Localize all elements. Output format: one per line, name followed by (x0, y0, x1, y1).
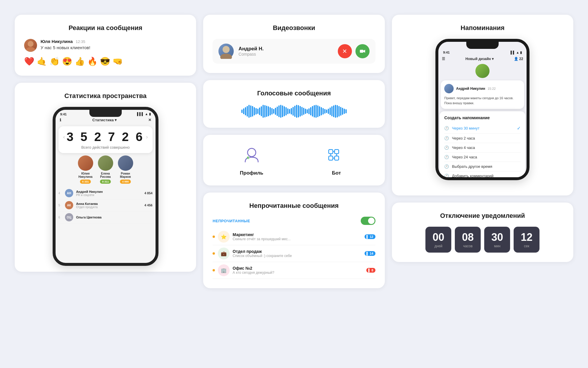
reactions-card: Реакции на сообщения Юля Никулина 12:35 … (15, 15, 196, 76)
reminder-sender-info: Андрей Никулин (456, 87, 485, 91)
wave-bar (294, 106, 295, 117)
wave-bar (284, 106, 285, 116)
profile-icon (241, 144, 262, 167)
counter-label: Всего действий совершено (63, 145, 148, 150)
wave-bar (312, 106, 313, 117)
wave-bar (330, 107, 331, 115)
reminder-option-comment[interactable]: 🕐 Добавить комментарий (444, 171, 521, 180)
user-avatar-name: РоманМарков (120, 172, 131, 178)
wave-bar (271, 108, 273, 115)
user-avatar-name: ЮлияНикулина (78, 172, 93, 178)
svg-rect-10 (329, 156, 333, 160)
phone-time2: 9:41 (443, 51, 450, 54)
unread-toggle[interactable] (361, 217, 375, 225)
reminder-msg-header: Андрей Никулин 15:22 (444, 84, 521, 93)
user-list: ЮлияНикулина 6 331 ЕленаРисова 8 311 Ром… (56, 155, 156, 223)
counter-next[interactable]: › (146, 134, 148, 140)
user-name: Анна Катаева (76, 202, 141, 205)
user-avatar-elena (98, 155, 113, 171)
phone-icons: ▌▌▌ ▲ ▮ (137, 112, 151, 116)
phone-time: 9:41 (60, 112, 67, 116)
wave-bar (285, 107, 287, 115)
reminder-option-label: Через 30 минут (452, 126, 480, 130)
counter-nav: ‹ 3 5 2 7 2 6 › (63, 130, 148, 144)
wave-bar (243, 108, 244, 114)
profile-label: Профиль (240, 170, 263, 176)
voice-card: Голосовые сообщения (203, 80, 385, 128)
wave-bar (273, 109, 274, 114)
emoji-call: 🤙 (37, 57, 47, 66)
reminder-option-custom[interactable]: 🕐 Выбрать другое время (444, 162, 521, 171)
features-grid: Профиль (213, 144, 375, 176)
reminder-sender-avatar (444, 84, 454, 93)
left-column: Реакции на сообщения Юля Никулина 12:35 … (15, 15, 196, 353)
reminder-option-label: Через 24 часа (452, 155, 477, 159)
user-role: Отдел продукта (76, 205, 141, 209)
wave-bar (333, 105, 334, 117)
reminder-option-2h[interactable]: 🕐 Через 2 часа (444, 134, 521, 143)
close-icon[interactable]: ✕ (148, 118, 151, 122)
item-num: 6 (59, 216, 62, 219)
call-buttons: ✕ (338, 44, 370, 58)
emoji-row: ❤️ 🤙 👏 😍 👍 🔥 😎 🤜 (24, 57, 187, 66)
unread-title: Непрочитанные сообщения (213, 202, 375, 210)
top-users-row: ЮлияНикулина 6 331 ЕленаРисова 8 311 Ром… (59, 155, 153, 184)
user-count-icon: 👤 22 (514, 57, 523, 61)
wave-bar (326, 110, 327, 113)
unread-filter-row: НЕПРОЧИТАННЫЕ (213, 217, 375, 225)
wave-bar (345, 109, 347, 113)
reminder-option-24h[interactable]: 🕐 Через 24 часа (444, 152, 521, 162)
svg-point-2 (223, 46, 230, 53)
wave-bar (291, 108, 292, 115)
countdown-num-minutes: 30 (491, 231, 503, 243)
unread-item: 🏢 Офис №2 А кто сегодня дежурный? ▌ 8 (213, 262, 375, 279)
reactions-title: Реакции на сообщения (24, 24, 187, 32)
unread-avatar: ⭐ (218, 231, 230, 243)
stats-phone: 9:41 ▌▌▌ ▲ ▮ ℹ Статистика ▾ ✕ ‹ 3 5 2 7 … (53, 107, 158, 266)
user-badge-roman: 4 990 (120, 180, 131, 184)
unread-avatar: 💼 (218, 248, 230, 259)
countdown-row: 00 дней 08 часов 30 мин 12 сек (401, 227, 564, 253)
reminder-option-30min[interactable]: 🕐 Через 30 минут ✓ (444, 123, 521, 134)
unread-dot (213, 269, 215, 271)
svg-point-3 (220, 54, 232, 59)
unread-chat-msg: Список объёмный :) сохраните себе (233, 254, 361, 258)
countdown-lbl-minutes: мин (494, 244, 501, 248)
reminder-option-label: Через 4 часа (452, 145, 475, 150)
bot-label: Бот (332, 170, 341, 176)
svg-point-1 (26, 47, 35, 52)
reminder-chat-avatar (475, 64, 490, 78)
counter-prev[interactable]: ‹ (63, 134, 65, 140)
countdown-days: 00 дней (425, 227, 451, 253)
wave-bar (259, 107, 260, 115)
svg-rect-8 (329, 150, 333, 154)
countdown-num-hours: 08 (462, 231, 474, 243)
page: Реакции на сообщения Юля Никулина 12:35 … (6, 6, 582, 362)
unread-chat-msg: А кто сегодня дежурный? (233, 271, 363, 275)
stats-header-label: Статистика ▾ (92, 118, 117, 122)
accept-button[interactable] (355, 44, 370, 58)
reminder-option-label: Через 2 часа (452, 136, 475, 140)
unread-badge: ▌ 14 (365, 251, 375, 256)
avatar (24, 39, 37, 52)
user-avatar-name: ЕленаРисова (100, 172, 111, 178)
unread-chat-msg: Скиньте отчёт за прошедший мес... (233, 237, 361, 241)
wave-bar (264, 105, 265, 117)
countdown-minutes: 30 мин (484, 227, 510, 253)
reminder-avatar-row (438, 62, 527, 78)
wave-bar (289, 109, 290, 114)
unread-card: Непрочитанные сообщения НЕПРОЧИТАННЫЕ ⭐ … (203, 193, 385, 288)
reminder-option-4h[interactable]: 🕐 Через 4 часа (444, 143, 521, 152)
wave-bar (298, 105, 299, 117)
wave-bar (248, 105, 250, 118)
middle-column: Видеозвонки Андрей Н. Compass ✕ (203, 15, 385, 353)
user-avatar-item: ЕленаРисова 8 311 (98, 155, 113, 184)
user-role: PR и соцсети (76, 193, 141, 197)
phone-nav-bar: ☰ Новый дизайн ▾ 👤 22 (438, 56, 527, 62)
user-count: 4 854 (144, 191, 153, 195)
message-time: 12:35 (76, 39, 85, 44)
reminders-title: Напоминания (401, 24, 564, 32)
wave-bar (300, 106, 301, 117)
check-icon: ✓ (517, 125, 521, 131)
decline-button[interactable]: ✕ (338, 44, 352, 58)
